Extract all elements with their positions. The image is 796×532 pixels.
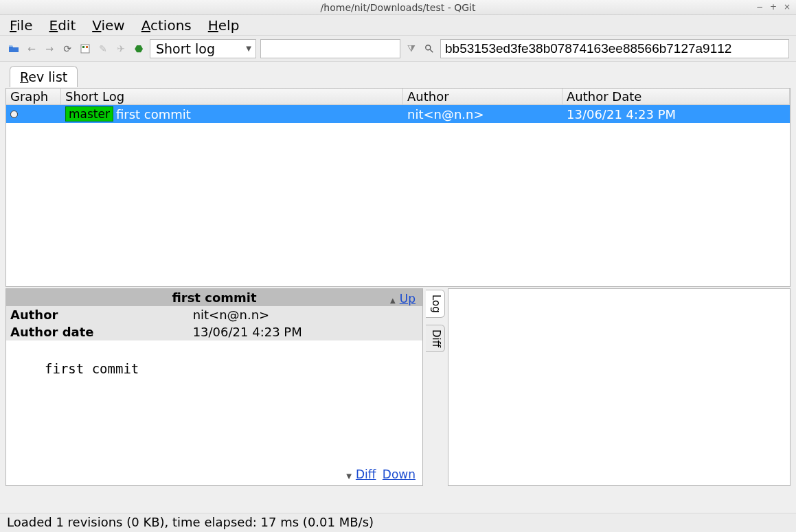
pin-icon[interactable]: ✎ xyxy=(96,42,110,56)
status-text: Loaded 1 revisions (0 KB), time elapsed:… xyxy=(7,515,374,529)
content-area: Rev list Graph Short Log Author Author D… xyxy=(0,62,796,513)
col-header-short[interactable]: Short Log xyxy=(61,89,403,105)
menu-bar: File Edit View Actions Help xyxy=(0,15,796,36)
short-cell: master first commit xyxy=(61,106,403,122)
refresh-icon[interactable]: ⟳ xyxy=(60,42,74,56)
forward-icon[interactable]: → xyxy=(43,42,56,56)
list-header: Graph Short Log Author Author Date xyxy=(6,89,790,105)
col-header-date[interactable]: Author Date xyxy=(562,89,790,105)
svg-rect-0 xyxy=(81,45,89,53)
link-up[interactable]: Up xyxy=(400,292,416,305)
combo-value: Short log xyxy=(156,41,215,56)
send-icon[interactable]: ✈ xyxy=(114,42,128,56)
status-bar: Loaded 1 revisions (0 KB), time elapsed:… xyxy=(0,513,796,532)
table-row[interactable]: master first commit nit<n@n.n> 13/06/21 … xyxy=(6,105,790,123)
author-label: Author xyxy=(6,306,189,323)
open-folder-icon[interactable] xyxy=(7,42,21,56)
main-tabstrip: Rev list xyxy=(5,66,791,86)
svg-rect-1 xyxy=(82,46,84,48)
author-date-label: Author date xyxy=(6,323,189,340)
svg-point-3 xyxy=(426,45,431,49)
side-tab-log[interactable]: Log xyxy=(426,290,445,318)
link-diff[interactable]: Diff xyxy=(356,467,376,481)
detail-links-top: ▲Up xyxy=(390,292,416,305)
menu-actions[interactable]: Actions xyxy=(141,17,192,34)
author-date-value: 13/06/21 4:23 PM xyxy=(189,323,422,340)
up-triangle-icon: ▲ xyxy=(390,297,396,304)
commit-message: first commit xyxy=(6,340,422,383)
author-value: nit<n@n.n> xyxy=(189,306,422,323)
toolbar: ← → ⟳ ✎ ✈ ⬣ Short log ▼ ⧩ xyxy=(0,36,796,62)
graph-cell xyxy=(6,111,61,118)
filter-icon[interactable]: ⧩ xyxy=(405,42,418,56)
search-icon[interactable] xyxy=(422,42,436,56)
down-triangle-icon: ▼ xyxy=(346,472,352,480)
log-mode-combo[interactable]: Short log ▼ xyxy=(150,39,256,58)
window-title: /home/nit/Downloads/test - QGit xyxy=(321,2,476,13)
palette-icon[interactable] xyxy=(78,42,92,56)
commit-node-icon xyxy=(10,111,18,118)
branch-tag: master xyxy=(65,106,113,122)
svg-line-4 xyxy=(430,49,433,51)
detail-links-bottom: ▼Diff Down xyxy=(346,467,416,481)
date-cell: 13/06/21 4:23 PM xyxy=(562,107,790,122)
menu-edit[interactable]: Edit xyxy=(49,17,76,34)
side-tab-diff[interactable]: Diff xyxy=(426,325,445,352)
menu-view[interactable]: View xyxy=(92,17,124,34)
side-tabstrip: Log Diff xyxy=(426,288,445,486)
file-pane xyxy=(448,288,791,486)
maximize-icon[interactable]: + xyxy=(769,2,778,12)
tab-rev-list[interactable]: Rev list xyxy=(10,66,78,87)
back-icon[interactable]: ← xyxy=(25,42,38,56)
filter-input[interactable] xyxy=(260,39,400,58)
col-header-graph[interactable]: Graph xyxy=(6,89,61,105)
tag-icon[interactable]: ⬣ xyxy=(132,42,146,56)
sha-input[interactable] xyxy=(440,39,789,58)
commit-subject: first commit xyxy=(116,107,191,122)
lower-split: ▲Up first commit Author nit<n@n.n> Autho… xyxy=(5,288,791,486)
menu-file[interactable]: File xyxy=(10,17,32,34)
revision-list-pane: Graph Short Log Author Author Date maste… xyxy=(5,88,791,287)
commit-detail-pane: ▲Up first commit Author nit<n@n.n> Autho… xyxy=(5,288,423,486)
close-icon[interactable]: × xyxy=(782,2,792,12)
author-cell: nit<n@n.n> xyxy=(403,107,562,122)
link-down[interactable]: Down xyxy=(383,467,416,481)
menu-help[interactable]: Help xyxy=(208,17,240,34)
detail-table: first commit Author nit<n@n.n> Author da… xyxy=(6,289,422,340)
col-header-author[interactable]: Author xyxy=(403,89,562,105)
minimize-icon[interactable]: − xyxy=(755,2,764,12)
chevron-down-icon: ▼ xyxy=(246,45,251,52)
svg-rect-2 xyxy=(86,46,88,48)
detail-title: first commit xyxy=(6,289,422,306)
title-bar: /home/nit/Downloads/test - QGit − + × xyxy=(0,0,796,15)
window-controls: − + × xyxy=(755,2,792,12)
